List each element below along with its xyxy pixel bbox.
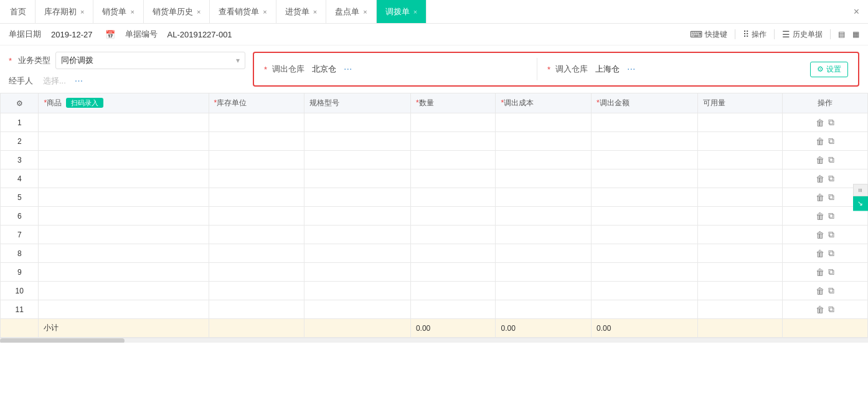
layout-button-1[interactable]: ▤ xyxy=(838,30,845,39)
cell-cost-2[interactable] xyxy=(496,132,592,151)
cell-qty-11[interactable] xyxy=(410,300,496,319)
cell-product-6[interactable] xyxy=(39,207,209,226)
copy-icon-2[interactable]: ⧉ xyxy=(828,136,834,146)
copy-icon-8[interactable]: ⧉ xyxy=(828,248,834,259)
cell-amount-11[interactable] xyxy=(592,300,698,319)
out-warehouse-more-icon[interactable]: ··· xyxy=(344,64,352,75)
delete-icon-2[interactable]: 🗑 xyxy=(816,136,824,146)
cell-qty-10[interactable] xyxy=(410,282,496,300)
cell-avail-3[interactable] xyxy=(697,151,783,169)
cell-avail-4[interactable] xyxy=(697,169,783,188)
cell-spec-8[interactable] xyxy=(304,244,411,263)
cell-spec-5[interactable] xyxy=(304,188,411,207)
cell-amount-8[interactable] xyxy=(592,244,698,263)
cell-amount-7[interactable] xyxy=(592,226,698,244)
cell-cost-3[interactable] xyxy=(496,151,592,169)
cell-unit-3[interactable] xyxy=(209,151,304,169)
delete-icon-4[interactable]: 🗑 xyxy=(816,174,824,184)
delete-icon-11[interactable]: 🗑 xyxy=(816,305,824,315)
tab-inventory-init[interactable]: 库存期初 × xyxy=(35,0,93,23)
cell-unit-9[interactable] xyxy=(209,263,304,282)
tab-close-purchase[interactable]: × xyxy=(313,8,317,16)
biz-type-select[interactable]: 同价调拨 ▾ xyxy=(55,52,245,69)
cell-cost-9[interactable] xyxy=(496,263,592,282)
cell-qty-8[interactable] xyxy=(410,244,496,263)
settings-button[interactable]: ⚙ 设置 xyxy=(810,62,848,77)
cell-qty-5[interactable] xyxy=(410,188,496,207)
tab-sales-order[interactable]: 销货单 × xyxy=(93,0,143,23)
cell-avail-5[interactable] xyxy=(697,188,783,207)
side-export-button[interactable]: ↗ xyxy=(853,197,868,211)
cell-product-1[interactable] xyxy=(39,113,209,132)
cell-amount-4[interactable] xyxy=(592,169,698,188)
cell-product-9[interactable] xyxy=(39,263,209,282)
cell-product-5[interactable] xyxy=(39,188,209,207)
calendar-icon[interactable]: 📅 xyxy=(105,30,115,39)
cell-unit-11[interactable] xyxy=(209,300,304,319)
cell-spec-1[interactable] xyxy=(304,113,411,132)
cell-cost-11[interactable] xyxy=(496,300,592,319)
delete-icon-7[interactable]: 🗑 xyxy=(816,230,824,240)
tab-stocktake[interactable]: 盘点单 × xyxy=(326,0,376,23)
in-warehouse-value[interactable]: 上海仓 xyxy=(595,64,620,75)
cell-qty-1[interactable] xyxy=(410,113,496,132)
cell-cost-1[interactable] xyxy=(496,113,592,132)
cell-spec-4[interactable] xyxy=(304,169,411,188)
tab-close-stocktake[interactable]: × xyxy=(363,8,367,16)
cell-amount-1[interactable] xyxy=(592,113,698,132)
cell-unit-10[interactable] xyxy=(209,282,304,300)
cell-unit-4[interactable] xyxy=(209,169,304,188)
cell-cost-7[interactable] xyxy=(496,226,592,244)
cell-avail-6[interactable] xyxy=(697,207,783,226)
cell-product-10[interactable] xyxy=(39,282,209,300)
cell-product-2[interactable] xyxy=(39,132,209,151)
delete-icon-6[interactable]: 🗑 xyxy=(816,211,824,221)
cell-spec-10[interactable] xyxy=(304,282,411,300)
cell-amount-6[interactable] xyxy=(592,207,698,226)
tab-close-sales-order[interactable]: × xyxy=(130,8,134,16)
side-list-button[interactable]: ≡ xyxy=(853,184,868,196)
tab-view-sales[interactable]: 查看销货单 × xyxy=(210,0,276,23)
th-gear[interactable]: ⚙ xyxy=(1,93,39,113)
delete-icon-1[interactable]: 🗑 xyxy=(816,118,824,128)
cell-product-8[interactable] xyxy=(39,244,209,263)
cell-qty-3[interactable] xyxy=(410,151,496,169)
cell-qty-6[interactable] xyxy=(410,207,496,226)
cell-product-11[interactable] xyxy=(39,300,209,319)
cell-avail-10[interactable] xyxy=(697,282,783,300)
cell-avail-2[interactable] xyxy=(697,132,783,151)
in-warehouse-more-icon[interactable]: ··· xyxy=(627,64,635,75)
delete-icon-10[interactable]: 🗑 xyxy=(816,286,824,296)
delete-icon-8[interactable]: 🗑 xyxy=(816,249,824,259)
cell-unit-2[interactable] xyxy=(209,132,304,151)
copy-icon-7[interactable]: ⧉ xyxy=(828,229,834,240)
cell-unit-8[interactable] xyxy=(209,244,304,263)
tab-close-transfer[interactable]: × xyxy=(413,8,417,16)
copy-icon-3[interactable]: ⧉ xyxy=(828,155,834,165)
history-button[interactable]: ☰ 历史单据 xyxy=(782,29,823,40)
cell-spec-11[interactable] xyxy=(304,300,411,319)
copy-icon-6[interactable]: ⧉ xyxy=(828,211,834,221)
cell-amount-5[interactable] xyxy=(592,188,698,207)
copy-icon-4[interactable]: ⧉ xyxy=(828,173,834,184)
horizontal-scrollbar[interactable] xyxy=(0,338,868,343)
cell-unit-6[interactable] xyxy=(209,207,304,226)
copy-icon-10[interactable]: ⧉ xyxy=(828,285,834,296)
cell-avail-8[interactable] xyxy=(697,244,783,263)
cell-unit-5[interactable] xyxy=(209,188,304,207)
cell-spec-3[interactable] xyxy=(304,151,411,169)
person-select[interactable]: 选择... xyxy=(43,75,66,87)
cell-cost-8[interactable] xyxy=(496,244,592,263)
cell-amount-10[interactable] xyxy=(592,282,698,300)
cell-amount-2[interactable] xyxy=(592,132,698,151)
cell-avail-9[interactable] xyxy=(697,263,783,282)
cell-amount-9[interactable] xyxy=(592,263,698,282)
copy-icon-9[interactable]: ⧉ xyxy=(828,267,834,277)
cell-unit-7[interactable] xyxy=(209,226,304,244)
tab-close-sales-history[interactable]: × xyxy=(197,8,200,16)
delete-icon-5[interactable]: 🗑 xyxy=(816,193,824,202)
tab-sales-history[interactable]: 销货单历史 × xyxy=(144,0,210,23)
cell-cost-5[interactable] xyxy=(496,188,592,207)
scroll-thumb[interactable] xyxy=(0,338,125,343)
copy-icon-11[interactable]: ⧉ xyxy=(828,304,834,315)
